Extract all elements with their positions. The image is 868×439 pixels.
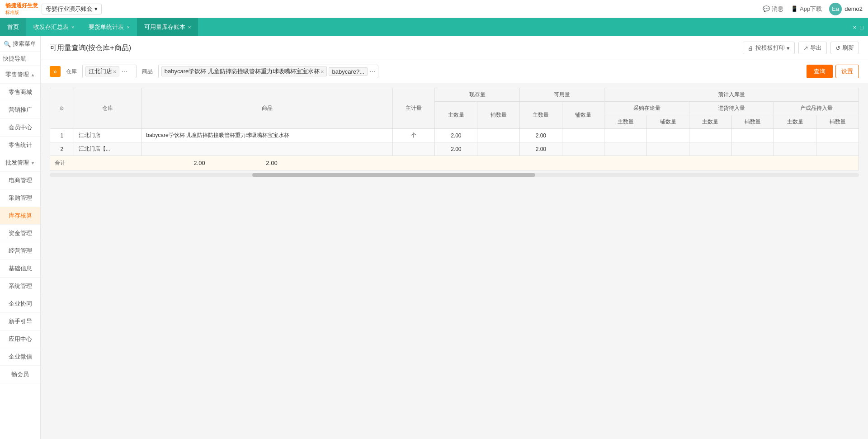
print-icon: 🖨 — [748, 45, 754, 52]
tab-receive-pay-label: 收发存汇总表 — [33, 23, 69, 31]
row-current-sub — [477, 129, 520, 142]
logo-text: 畅捷通好生意 — [5, 2, 38, 9]
row-index: 1 — [50, 129, 74, 142]
available-sub-header: 辅数量 — [562, 102, 604, 129]
row-current-main: 2.00 — [435, 129, 477, 142]
search-icon: 🔍 — [4, 41, 11, 47]
sidebar-item-ecommerce[interactable]: 电商管理 — [0, 172, 40, 189]
filter-actions: 查询 设置 — [807, 65, 859, 78]
close-window-icon[interactable]: × — [853, 24, 857, 31]
product-pending-header: 产成品待入量 — [774, 102, 859, 115]
product-more-btn[interactable]: ··· — [369, 67, 375, 76]
sidebar-item-app-center[interactable]: 应用中心 — [0, 330, 40, 348]
row-available-main: 2.00 — [519, 129, 562, 142]
chevron-icon: ▼ — [31, 160, 35, 165]
product-col-header: 商品 — [142, 88, 392, 129]
warehouse-more-btn[interactable]: ··· — [121, 67, 127, 76]
tab-order-stats[interactable]: 要货单统计表 × — [81, 18, 137, 36]
export-btn[interactable]: ↗ 导出 — [798, 42, 827, 54]
scroll-thumb[interactable] — [252, 173, 536, 177]
product-tag-1: babycare学饮杯 儿童防摔防撞吸管杯重力球吸嘴杯宝宝水杯 × — [161, 66, 327, 76]
sidebar-item-finance[interactable]: 资金管理 — [0, 225, 40, 242]
sidebar-item-retail-stats[interactable]: 零售统计 — [0, 137, 40, 154]
app-download-label: App下载 — [800, 5, 822, 13]
query-btn[interactable]: 查询 — [807, 65, 833, 78]
chevron-icon: ▲ — [31, 72, 35, 77]
row-available-sub — [562, 142, 604, 156]
user-area[interactable]: Ea demo2 — [829, 3, 863, 15]
filter-toggle-btn[interactable]: » — [50, 66, 61, 77]
sidebar-item-retail-mall[interactable]: 零售商城 — [0, 84, 40, 101]
print-btn[interactable]: 🖨 按模板打印 ▾ — [743, 42, 795, 54]
sidebar-item-label: 零售管理 — [5, 71, 29, 79]
maximize-icon[interactable]: □ — [860, 24, 863, 31]
sidebar-item-enterprise[interactable]: 企业协同 — [0, 295, 40, 313]
product-tag-1-remove[interactable]: × — [321, 68, 324, 75]
warehouse-tag-remove[interactable]: × — [113, 68, 117, 75]
row-available-sub — [562, 129, 604, 142]
product-pending-sub: 辅数量 — [816, 115, 859, 129]
content-area: 可用量查询(按仓库+商品) 🖨 按模板打印 ▾ ↗ 导出 ↺ 刷新 » — [41, 36, 868, 439]
inbound-pending-main: 主数量 — [689, 115, 731, 129]
chevron-down-icon: ▾ — [787, 45, 790, 52]
sidebar-item-operations[interactable]: 经营管理 — [0, 242, 40, 260]
main-layout: 🔍 搜索菜单 快捷导航 零售管理 ▲ 零售商城 营销推广 会员中心 零售统计 批… — [0, 36, 868, 439]
warehouse-filter-tags[interactable]: 江北门店 × ··· — [82, 65, 137, 78]
inbound-pending-header: 进货待入量 — [689, 102, 774, 115]
tab-available-stock-close[interactable]: × — [188, 24, 191, 30]
top-bar: 畅捷通好生意 标准版 母婴行业演示账套 ▾ 💬 消息 📱 App下载 Ea de… — [0, 0, 868, 18]
logo-area: 畅捷通好生意 标准版 — [5, 2, 38, 16]
table-row: 1 江北门店 babycare学饮杯 儿童防摔防撞吸管杯重力球吸嘴杯宝宝水杯 个… — [50, 129, 859, 142]
row-current-main: 2.00 — [435, 142, 477, 156]
row-available-main: 2.00 — [519, 142, 562, 156]
current-main-header: 主数量 — [435, 102, 477, 129]
row-pp-main — [774, 129, 816, 142]
sidebar-search[interactable]: 🔍 搜索菜单 — [0, 36, 40, 52]
tab-home[interactable]: 首页 — [0, 18, 26, 36]
sidebar-item-basic-info[interactable]: 基础信息 — [0, 260, 40, 278]
settings-col-header[interactable]: ⚙ — [50, 88, 74, 129]
top-bar-right: 💬 消息 📱 App下载 Ea demo2 — [763, 3, 863, 15]
sidebar-quick-nav[interactable]: 快捷导航 — [0, 52, 40, 66]
page-header: 可用量查询(按仓库+商品) 🖨 按模板打印 ▾ ↗ 导出 ↺ 刷新 — [41, 36, 868, 60]
tab-order-stats-close[interactable]: × — [127, 24, 129, 30]
warehouse-label: 仓库 — [66, 68, 77, 76]
row-pt-sub — [647, 129, 689, 142]
sidebar-item-marketing[interactable]: 营销推广 — [0, 101, 40, 119]
app-download-btn[interactable]: 📱 App下载 — [791, 5, 822, 13]
product-filter-tags[interactable]: babycare学饮杯 儿童防摔防撞吸管杯重力球吸嘴杯宝宝水杯 × babyca… — [158, 65, 379, 78]
sidebar-item-purchase[interactable]: 采购管理 — [0, 189, 40, 207]
row-ip-sub — [731, 142, 774, 156]
tab-available-stock[interactable]: 可用量库存账本 × — [137, 18, 198, 36]
sidebar-item-new-guide[interactable]: 新手引导 — [0, 313, 40, 330]
sidebar-item-vip[interactable]: 畅会员 — [0, 366, 40, 383]
row-unit: 个 — [392, 129, 435, 142]
product-pending-main: 主数量 — [774, 115, 816, 129]
row-product: babycare学饮杯 儿童防摔防撞吸管杯重力球吸嘴杯宝宝水杯 — [142, 129, 392, 142]
chevron-down-icon: ▾ — [94, 5, 98, 12]
message-btn[interactable]: 💬 消息 — [763, 5, 783, 13]
filter-bar: » 仓库 江北门店 × ··· 商品 babycare学饮杯 儿童防摔防撞吸管杯… — [41, 60, 868, 83]
scroll-container[interactable] — [50, 173, 859, 177]
row-index: 2 — [50, 142, 74, 156]
row-product — [142, 142, 392, 156]
tab-receive-pay-close[interactable]: × — [71, 24, 74, 30]
message-label: 消息 — [772, 5, 783, 13]
refresh-btn[interactable]: ↺ 刷新 — [830, 42, 859, 54]
sidebar-item-inventory[interactable]: 库存核算 — [0, 207, 40, 225]
refresh-icon: ↺ — [835, 45, 840, 52]
nav-tabs: 首页 收发存汇总表 × 要货单统计表 × 可用量库存账本 × × □ — [0, 18, 868, 36]
sidebar-item-retail-mgmt[interactable]: 零售管理 ▲ — [0, 66, 40, 84]
store-selector[interactable]: 母婴行业演示账套 ▾ — [42, 4, 102, 14]
page-title: 可用量查询(按仓库+商品) — [50, 43, 131, 53]
sidebar-item-enterprise-wx[interactable]: 企业微信 — [0, 348, 40, 366]
message-icon: 💬 — [763, 5, 770, 12]
settings-btn[interactable]: 设置 — [835, 65, 859, 78]
sidebar-item-batch-mgmt[interactable]: 批发管理 ▼ — [0, 154, 40, 172]
tab-receive-pay[interactable]: 收发存汇总表 × — [26, 18, 81, 36]
product-tag-2: babycare?... — [329, 67, 368, 76]
sidebar-item-sys-mgmt[interactable]: 系统管理 — [0, 278, 40, 295]
table-area: ⚙ 仓库 商品 主计量 现存量 可用量 预计入库量 主数量 辅数量 主数量 辅数… — [41, 83, 868, 439]
sidebar-item-member[interactable]: 会员中心 — [0, 119, 40, 137]
store-name: 母婴行业演示账套 — [46, 5, 93, 13]
